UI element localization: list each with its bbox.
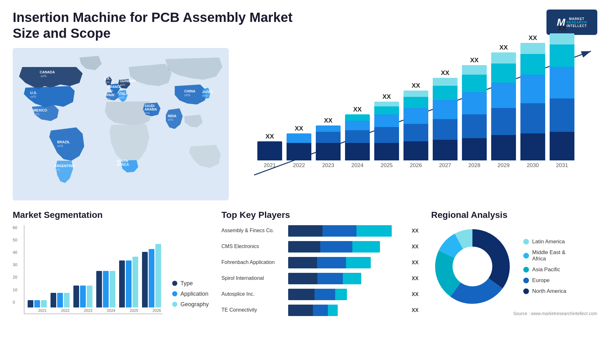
legend-dot-type <box>172 281 177 286</box>
world-map: CANADA xx% U.S. xx% MEXICO xx% BRAZIL xx… <box>13 48 229 200</box>
bar-chart-bars: XX 2021 XX 2022 XX <box>248 54 591 181</box>
svg-text:MEXICO: MEXICO <box>33 108 47 112</box>
player-value-5: XX <box>412 292 418 297</box>
player-bar-1 <box>288 225 406 237</box>
svg-text:xx%: xx% <box>119 96 125 99</box>
svg-text:FRANCE: FRANCE <box>108 85 121 89</box>
seg-bar-geo <box>41 300 47 307</box>
bar-2024: XX 2024 <box>345 106 370 169</box>
svg-text:ITALY: ITALY <box>119 92 128 96</box>
seg-group-2026: 2026 <box>142 244 161 313</box>
bar-chart-container: XX 2021 XX 2022 XX <box>241 48 597 200</box>
player-name-3: Fohrenbach Application <box>221 259 285 266</box>
svg-text:ARGENTINA: ARGENTINA <box>54 164 75 168</box>
regional-legend: Latin America Middle East &Africa Asia P… <box>523 239 566 294</box>
svg-text:xx%: xx% <box>54 168 60 172</box>
svg-text:xx%: xx% <box>168 118 173 121</box>
segmentation-panel: Market Segmentation 60 50 40 30 20 10 0 <box>13 210 209 314</box>
label-europe: Europe <box>532 277 550 284</box>
svg-text:xx%: xx% <box>57 144 63 148</box>
player-name-1: Assembly & Finecs Co. <box>221 227 285 234</box>
svg-text:GERMANY: GERMANY <box>120 79 136 83</box>
player-name-4: Spirol International <box>221 275 285 282</box>
dot-europe <box>523 278 529 283</box>
donut-area: Latin America Middle East &Africa Asia P… <box>431 225 597 308</box>
legend-asia-pacific: Asia Pacific <box>523 266 566 273</box>
player-value-6: XX <box>412 307 418 313</box>
legend-geography: Geography <box>172 301 209 308</box>
svg-text:SOUTH: SOUTH <box>117 159 128 163</box>
dot-asia-pacific <box>523 267 529 273</box>
player-value-2: XX <box>412 244 418 250</box>
player-bar-4 <box>288 273 406 284</box>
seg-group-2024: 2024 <box>96 271 115 313</box>
svg-text:INDIA: INDIA <box>168 114 176 118</box>
player-bar-2 <box>288 241 406 253</box>
dot-middle-east-africa <box>523 253 529 259</box>
label-latin-america: Latin America <box>532 239 565 245</box>
bar-2022: XX 2022 <box>287 125 311 169</box>
seg-group-2022: 2022 <box>51 293 70 313</box>
players-title: Top Key Players <box>221 210 418 220</box>
svg-text:ARABIA: ARABIA <box>145 108 157 111</box>
seg-bar-type <box>28 300 33 307</box>
legend-application: Application <box>172 291 209 297</box>
svg-text:xx%: xx% <box>145 111 150 115</box>
player-name-5: Autosplice Inc. <box>221 291 285 298</box>
logo-line2: RESEARCH <box>566 21 587 24</box>
bottom-section: Market Segmentation 60 50 40 30 20 10 0 <box>13 210 597 320</box>
player-row-1: Assembly & Finecs Co. XX <box>221 225 418 237</box>
label-middle-east-africa: Middle East &Africa <box>532 249 566 262</box>
player-row-4: Spirol International XX <box>221 273 418 284</box>
bar-2028: XX 2028 <box>462 57 487 169</box>
seg-group-2021: 2021 <box>28 300 47 313</box>
legend-middle-east-africa: Middle East &Africa <box>523 249 566 262</box>
legend-latin-america: Latin America <box>523 239 566 245</box>
svg-text:JAPAN: JAPAN <box>202 90 213 94</box>
legend-europe: Europe <box>523 277 566 284</box>
bar-2030: XX 2030 <box>520 34 545 169</box>
player-value-3: XX <box>412 260 418 266</box>
seg-bar-chart: 60 50 40 30 20 10 0 2021 <box>13 225 163 314</box>
svg-text:BRAZIL: BRAZIL <box>57 140 70 144</box>
bar-2027: XX 2027 <box>433 69 458 169</box>
svg-text:U.S.: U.S. <box>30 91 37 95</box>
donut-svg <box>431 225 514 308</box>
seg-group-2025: 2025 <box>119 257 138 313</box>
page-container: Insertion Machine for PCB Assembly Marke… <box>0 0 610 364</box>
player-row-6: TE Connectivity XX <box>221 305 418 316</box>
regional-panel: Regional Analysis <box>431 210 597 316</box>
svg-text:U.K.: U.K. <box>104 77 111 80</box>
logo-line1: MARKET <box>566 17 587 21</box>
dot-north-america <box>523 288 529 294</box>
player-bar-3 <box>288 257 406 268</box>
dot-latin-america <box>523 239 529 245</box>
legend-dot-app <box>172 291 177 296</box>
bar-2031: XX 2031 <box>550 25 574 169</box>
legend-north-america: North America <box>523 288 566 294</box>
bar-2025: XX 2025 <box>374 93 399 169</box>
bar-2021: XX 2021 <box>257 133 282 169</box>
legend-label-geo: Geography <box>180 301 209 308</box>
svg-text:xx%: xx% <box>120 83 125 86</box>
player-name-6: TE Connectivity <box>221 307 285 313</box>
svg-text:SAUDI: SAUDI <box>145 104 154 108</box>
bar-2023: XX 2023 <box>316 117 341 169</box>
svg-text:AFRICA: AFRICA <box>117 163 129 166</box>
segmentation-title: Market Segmentation <box>13 210 209 220</box>
player-value-1: XX <box>412 228 418 234</box>
svg-text:xx%: xx% <box>108 89 113 92</box>
bar-2029: XX 2029 <box>491 44 516 169</box>
source-text: Source : www.marketresearchintellect.com <box>431 311 597 316</box>
svg-text:xx%: xx% <box>33 112 39 116</box>
seg-bars-inner: 2021 2022 <box>28 228 161 313</box>
player-value-4: XX <box>412 276 418 281</box>
map-svg: CANADA xx% U.S. xx% MEXICO xx% BRAZIL xx… <box>13 48 229 200</box>
label-asia-pacific: Asia Pacific <box>532 266 560 273</box>
player-row-3: Fohrenbach Application XX <box>221 257 418 268</box>
svg-text:xx%: xx% <box>104 81 110 84</box>
player-name-2: CMS Electronics <box>221 243 285 250</box>
legend-dot-geo <box>172 302 177 307</box>
player-row-2: CMS Electronics XX <box>221 241 418 253</box>
svg-text:xx%: xx% <box>30 95 36 98</box>
